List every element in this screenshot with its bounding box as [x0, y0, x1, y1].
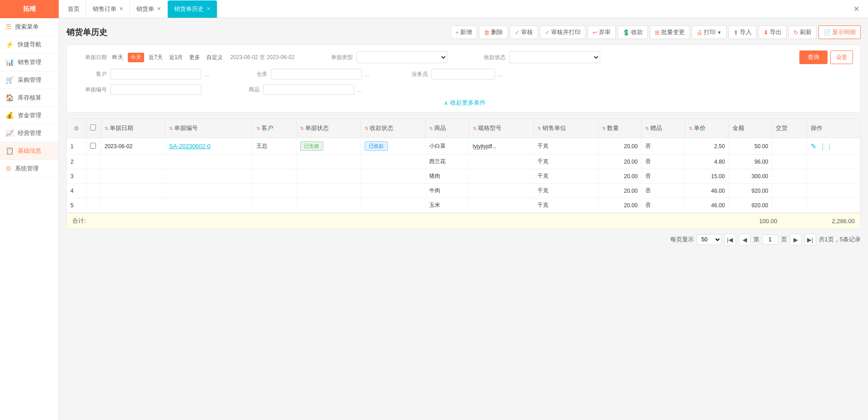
warehouse-input[interactable] [271, 69, 362, 80]
doc-type-select[interactable] [356, 51, 447, 63]
sidebar-item-quicknav[interactable]: ⚡ 快捷导航 [0, 36, 59, 54]
table-row: 5 玉米 千克 20.00 否 46.00 920.00 [67, 198, 860, 213]
last-page-button[interactable]: ▶| [804, 234, 816, 245]
audit-button[interactable]: ✓ 审核 [510, 25, 538, 39]
refresh-button[interactable]: ↻ 刷新 [788, 25, 817, 39]
shortcut-more[interactable]: 更多 [187, 53, 202, 62]
sidebar-item-base[interactable]: 📋 基础信息 [0, 142, 59, 160]
audit-print-button[interactable]: ✓ 审核并打印 [540, 25, 586, 39]
salesperson-label: 业务员 [395, 70, 431, 78]
sidebar-item-purchase[interactable]: 🛒 采购管理 [0, 71, 59, 89]
doc-no-link[interactable]: SA-20230602-0 [169, 143, 211, 150]
cell-docno [166, 198, 253, 213]
tab-close-history[interactable]: ✕ [206, 6, 211, 12]
cell-rownum: 3 [67, 169, 86, 184]
sidebar-item-label: 搜索菜单 [15, 23, 39, 31]
cell-qty: 20.00 [598, 155, 642, 169]
page-size-select[interactable]: 50 100 200 [697, 234, 722, 245]
cell-spec: tyjyjtyjdf... [469, 138, 533, 155]
cell-customer [252, 155, 296, 169]
shortcut-today[interactable]: 今天 [128, 53, 144, 62]
tab-home[interactable]: 首页 [61, 0, 86, 18]
first-page-button[interactable]: |◀ [724, 234, 736, 245]
tab-close-sales-order[interactable]: ✕ [119, 6, 123, 12]
customer-dots[interactable]: ... [204, 71, 209, 78]
abandon-button[interactable]: ↩ 弃审 [587, 25, 616, 39]
cell-gift: 否 [642, 198, 685, 213]
docno-input[interactable] [110, 84, 201, 95]
cell-price: 2.50 [685, 138, 729, 155]
tab-sales-order[interactable]: 销售订单 ✕ [86, 0, 130, 18]
cell-spec [469, 184, 533, 198]
cart-icon: 🛒 [5, 76, 14, 84]
footer-totals: 100.00 2,286.00 [441, 218, 855, 225]
select-all-checkbox[interactable] [90, 125, 96, 130]
table-row: 3 猪肉 千克 20.00 否 15.00 300.00 [67, 169, 860, 184]
cell-customer [252, 184, 296, 198]
th-delivery: 交货 [772, 119, 807, 138]
customer-input[interactable] [110, 69, 201, 80]
sidebar-item-inventory[interactable]: 🏠 库存核算 [0, 89, 59, 107]
tab-sales-delivery[interactable]: 销货单 ✕ [130, 0, 168, 18]
th-price: ⇅ 单价 [685, 119, 729, 138]
tab-sales-history[interactable]: 销货单历史 ✕ [168, 0, 217, 18]
prev-page-button[interactable]: ◀ [739, 234, 751, 245]
page-number-input[interactable] [762, 235, 778, 245]
tab-close-delivery[interactable]: ✕ [157, 6, 161, 12]
receipt-button[interactable]: 💲 收款 [617, 25, 648, 39]
edit-action-icon[interactable]: ✎ [811, 142, 817, 150]
row-checkbox[interactable] [90, 143, 96, 149]
cell-docstatus [296, 169, 361, 184]
total-amount: 2,286.00 [832, 218, 855, 225]
goods-input[interactable] [263, 84, 354, 95]
sort-icon: ⇅ [537, 126, 541, 131]
doc-type-label: 单据类型 [320, 54, 356, 61]
data-table: ⚙ ⇅ 单据日期 ⇅ [66, 118, 861, 229]
export-button[interactable]: ⬇ 导出 [758, 25, 787, 39]
cell-goods: 西兰花 [425, 155, 469, 169]
shortcut-7days[interactable]: 近7天 [147, 53, 165, 62]
receipt-status-select[interactable] [509, 51, 600, 63]
filter-panel: 单据日期 昨天 今天 近7天 近1月 更多 自定义 2023-06-02 至 2… [66, 45, 861, 113]
next-page-button[interactable]: ▶ [790, 234, 802, 245]
cell-receiptstatus [361, 198, 425, 213]
setting-button[interactable]: 设置 [830, 50, 853, 64]
sidebar-logo: 拓维 [0, 0, 59, 18]
goods-dots[interactable]: ... [357, 86, 362, 93]
date-range: 2023-06-02 至 2023-06-02 [230, 54, 294, 61]
cell-docdate [101, 155, 166, 169]
print-button[interactable]: 🖨 打印 ▼ [692, 25, 727, 39]
more-action-icon[interactable]: ⋮⋮ [819, 142, 833, 150]
cell-unit: 千克 [533, 198, 598, 213]
sidebar-item-sales[interactable]: 📊 销售管理 [0, 54, 59, 71]
sidebar-item-system[interactable]: ⚙ 系统管理 [0, 160, 59, 178]
query-button[interactable]: 查询 [799, 50, 828, 64]
salesperson-input[interactable] [431, 69, 495, 80]
receipt-status-label: 收款状态 [473, 54, 509, 61]
import-button[interactable]: ⬆ 导入 [728, 25, 757, 39]
window-close-button[interactable]: ✕ [847, 5, 866, 13]
cell-docstatus [296, 198, 361, 213]
collapse-button[interactable]: ∧ 收起更多条件 [74, 99, 853, 107]
cell-unit: 千克 [533, 138, 598, 155]
batch-change-button[interactable]: ⊞ 批量变更 [650, 25, 690, 39]
shortcut-1month[interactable]: 近1月 [167, 53, 185, 62]
cell-action: ✎ ⋮⋮ [807, 138, 860, 155]
shortcut-yesterday[interactable]: 昨天 [110, 53, 125, 62]
add-button[interactable]: + 新增 [451, 25, 477, 39]
cell-qty: 20.00 [598, 198, 642, 213]
cell-docdate [101, 198, 166, 213]
cell-delivery [772, 198, 807, 213]
salesperson-dots[interactable]: ... [498, 71, 503, 78]
cell-docstatus [296, 184, 361, 198]
shortcut-custom[interactable]: 自定义 [205, 53, 225, 62]
sidebar-item-ops[interactable]: 📈 经营管理 [0, 125, 59, 142]
ops-icon: 📈 [5, 129, 14, 137]
sidebar-item-finance[interactable]: 💰 资金管理 [0, 107, 59, 125]
cell-gift: 否 [642, 138, 685, 155]
show-detail-button[interactable]: 📄 显示明细 [818, 25, 861, 39]
column-settings-button[interactable]: ⚙ [70, 122, 82, 134]
delete-button[interactable]: 🗑 删除 [479, 25, 508, 39]
sidebar-item-search[interactable]: ☰ 搜索菜单 [0, 18, 59, 36]
warehouse-dots[interactable]: ... [365, 71, 370, 78]
